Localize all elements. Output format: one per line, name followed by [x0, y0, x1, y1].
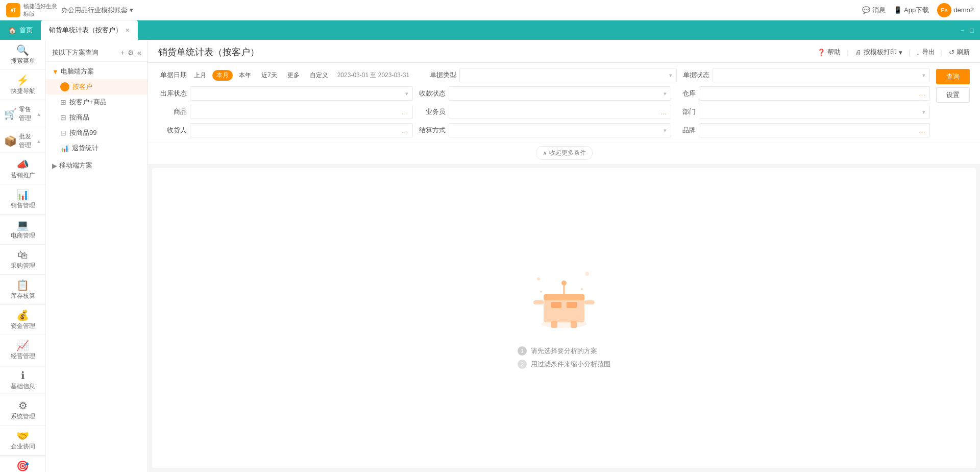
date-shortcuts: 上月 本月 本年 近7天 更多 自定义 — [190, 70, 332, 81]
schema-item-by-product[interactable]: ⊟ 按商品 — [46, 110, 148, 125]
retail-icon: 🛒 — [4, 109, 17, 119]
sidebar-item-retail[interactable]: 🛒 零售管理 ▲ — [0, 100, 45, 127]
app-selector[interactable]: 办公用品行业模拟账套 ▾ — [61, 6, 133, 15]
empty-state: 1 请先选择要分析的方案 2 用过滤条件来缩小分析范围 — [152, 168, 976, 468]
sidebar-item-purchase[interactable]: 🛍 采购管理 — [0, 245, 45, 275]
shortcut-custom[interactable]: 自定义 — [306, 70, 332, 81]
receiver-group: 收货人 … — [158, 123, 413, 137]
schema-item-by-product-99[interactable]: ⊟ 按商品99 — [46, 125, 148, 140]
salesperson-label: 业务员 — [417, 107, 446, 116]
bar-chart-icon: 📊 — [60, 144, 69, 152]
sidebar-group-retail: 🛒 零售管理 ▲ — [0, 100, 45, 127]
warehouse-group: 仓库 … — [675, 86, 930, 101]
salesperson-input[interactable]: … — [449, 105, 672, 119]
receiver-input[interactable]: … — [190, 123, 413, 137]
chevron-icon-2: ▲ — [36, 138, 41, 144]
shortcut-more[interactable]: 更多 — [283, 70, 304, 81]
date-filter-group: 单据日期 上月 本月 本年 近7天 更多 自定义 2023-03-01 至 20… — [158, 70, 424, 81]
sidebar-item-ecommerce[interactable]: 💻 电商管理 — [0, 215, 45, 245]
schema-group-mobile-header[interactable]: ▶ 移动端方案 — [46, 158, 148, 173]
sidebar-item-finance[interactable]: 💰 资金管理 — [0, 305, 45, 335]
collapse-panel-button[interactable]: « — [137, 49, 141, 57]
settings-schema-button[interactable]: ⚙ — [128, 49, 134, 57]
left-panel-actions: + ⚙ « — [120, 49, 141, 57]
maximize-button[interactable]: □ — [970, 27, 974, 34]
help-button[interactable]: ❓ 帮助 — [817, 48, 841, 57]
filter-section: 单据日期 上月 本月 本年 近7天 更多 自定义 2023-03-01 至 20… — [148, 63, 980, 164]
out-status-label: 出库状态 — [158, 89, 187, 98]
shortcut-last-month[interactable]: 上月 — [190, 70, 210, 81]
user-menu[interactable]: Ea demo2 — [937, 3, 974, 17]
sidebar: 🔍 搜索菜单 ⚡ 快捷导航 🛒 零售管理 ▲ 📦 批发管理 ▲ 📣 营销推广 — [0, 40, 46, 472]
sidebar-item-business[interactable]: 📈 经营管理 — [0, 335, 45, 365]
sidebar-item-marketing[interactable]: 📣 营销推广 — [0, 154, 45, 184]
app-download-button[interactable]: 📱 App下载 — [894, 6, 929, 15]
out-status-select[interactable]: ▾ — [190, 86, 413, 101]
print-button[interactable]: 🖨 按模板打印 ▾ — [855, 48, 902, 57]
purchase-icon: 🛍 — [18, 250, 28, 260]
export-button[interactable]: ↓ 导出 — [916, 48, 935, 57]
help-icon: ❓ — [817, 49, 825, 56]
sidebar-item-search[interactable]: 🔍 搜索菜单 — [0, 40, 45, 70]
query-buttons: 查询 设置 — [936, 69, 970, 103]
brand-label: 品牌 — [675, 126, 696, 135]
sidebar-item-wholesale[interactable]: 📦 批发管理 ▲ — [0, 127, 45, 154]
shortcut-7days[interactable]: 近7天 — [257, 70, 281, 81]
ecommerce-icon: 💻 — [16, 220, 29, 230]
top-bar: 好 畅捷通好生意 标版 办公用品行业模拟账套 ▾ 💬 消息 📱 App下载 Ea… — [0, 0, 980, 20]
department-label: 部门 — [675, 107, 696, 116]
svg-rect-3 — [551, 302, 561, 308]
shortcut-this-year[interactable]: 本年 — [235, 70, 255, 81]
svg-point-13 — [581, 288, 583, 290]
sidebar-item-newuser[interactable]: 🎯 新手引导 — [0, 456, 45, 472]
wholesale-icon: 📦 — [4, 136, 17, 146]
product-input[interactable]: … — [190, 105, 413, 119]
empty-illustration — [528, 264, 600, 330]
department-select[interactable]: ▾ — [699, 105, 930, 119]
schema-item-return-stat[interactable]: 📊 退货统计 — [46, 140, 148, 156]
schema-item-by-customer[interactable]: 按客户 — [46, 79, 148, 95]
schema-group-pc-header[interactable]: ▼ 电脑端方案 — [46, 64, 148, 79]
query-button[interactable]: 查询 — [936, 69, 970, 84]
brand-input[interactable]: … — [699, 123, 930, 137]
settings-button[interactable]: 设置 — [936, 87, 970, 103]
table-icon: ⊟ — [60, 113, 66, 122]
top-bar-right: 💬 消息 📱 App下载 Ea demo2 — [862, 3, 974, 17]
svg-point-11 — [537, 277, 540, 280]
schema-group-pc: ▼ 电脑端方案 按客户 ⊞ 按客户+商品 ⊟ 按商品 ⊟ 按商品99 📊 退货统 — [46, 64, 148, 156]
sidebar-item-sales[interactable]: 📊 销售管理 — [0, 184, 45, 215]
payment-method-select[interactable]: ▾ — [449, 123, 672, 137]
empty-svg — [528, 264, 600, 330]
tab-sales-stat[interactable]: 销货单统计表（按客户） ✕ — [41, 20, 138, 40]
sidebar-item-inventory[interactable]: 📋 库存核算 — [0, 275, 45, 305]
shortcut-this-month[interactable]: 本月 — [212, 70, 233, 81]
minimize-button[interactable]: － — [959, 26, 966, 35]
dots-icon-receiver: … — [402, 127, 408, 134]
sidebar-item-quick-nav[interactable]: ⚡ 快捷导航 — [0, 70, 45, 100]
receipt-status-select[interactable]: ▾ — [449, 86, 672, 101]
order-type-select[interactable]: ▾ — [459, 68, 677, 82]
search-icon: 🔍 — [16, 45, 29, 55]
dots-icon-brand: … — [919, 127, 925, 134]
message-button[interactable]: 💬 消息 — [862, 6, 886, 15]
collapse-button[interactable]: ∧ 收起更多条件 — [536, 146, 593, 160]
add-schema-button[interactable]: + — [120, 49, 125, 57]
sidebar-item-system[interactable]: ⚙ 系统管理 — [0, 395, 45, 426]
logo-icon: 好 — [6, 3, 20, 17]
schema-item-by-customer-product[interactable]: ⊞ 按客户+商品 — [46, 95, 148, 110]
basic-icon: ℹ — [21, 370, 25, 381]
empty-hints: 1 请先选择要分析的方案 2 用过滤条件来缩小分析范围 — [518, 346, 610, 373]
order-status-select[interactable]: ▾ — [713, 68, 930, 82]
triangle-icon: ▼ — [52, 68, 59, 76]
sidebar-item-enterprise[interactable]: 🤝 企业协同 — [0, 426, 45, 456]
warehouse-input[interactable]: … — [699, 86, 930, 101]
sidebar-item-basic[interactable]: ℹ 基础信息 — [0, 365, 45, 395]
out-status-group: 出库状态 ▾ — [158, 86, 413, 101]
receiver-label: 收货人 — [158, 126, 187, 135]
chevron-down-icon-ordertype: ▾ — [669, 72, 672, 79]
tab-close-icon[interactable]: ✕ — [125, 27, 130, 34]
marketing-icon: 📣 — [16, 159, 29, 170]
tab-home[interactable]: 🏠 首页 — [0, 20, 41, 40]
refresh-button[interactable]: ↺ 刷新 — [949, 48, 970, 57]
flash-icon: ⚡ — [16, 75, 29, 85]
